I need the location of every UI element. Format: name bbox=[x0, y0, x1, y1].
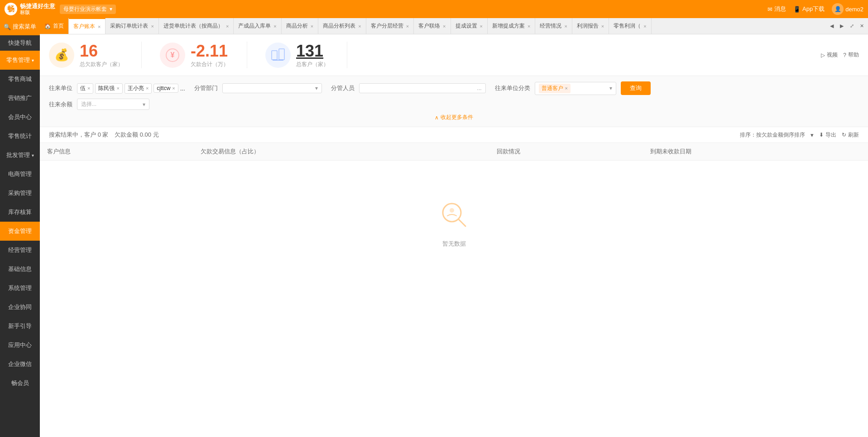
category-label: 往来单位分类 bbox=[495, 84, 530, 92]
tab-retail-profit[interactable]: 零售利润（ × bbox=[609, 18, 651, 34]
sidebar-item-retail-mall[interactable]: 零售商城 bbox=[0, 70, 40, 89]
message-btn[interactable]: ✉ 消息 bbox=[767, 5, 786, 13]
sidebar-item-marketing[interactable]: 营销推广 bbox=[0, 89, 40, 108]
tab-purchase-order[interactable]: 采购订单统计表 × bbox=[106, 18, 158, 34]
tab-product-list[interactable]: 商品分析列表 × bbox=[318, 18, 366, 34]
query-button[interactable]: 查询 bbox=[621, 81, 651, 95]
tab-tips-settings[interactable]: 提成设置 × bbox=[451, 18, 488, 34]
stat-debit-total: -2.11 欠款合计（万） bbox=[191, 42, 229, 68]
tag-close-wang[interactable]: × bbox=[146, 86, 149, 91]
results-summary: 搜索结果中，客户 0 家 欠款金额 0.00 元 bbox=[49, 131, 159, 139]
tab-profit-report[interactable]: 利润报告 × bbox=[572, 18, 609, 34]
filter-tag-chen: 陈民强 × bbox=[95, 83, 122, 94]
sort-label[interactable]: 排序：按欠款金额倒序排序 bbox=[740, 131, 805, 139]
sidebar-item-batch-mgmt[interactable]: 批发管理 ▾ bbox=[0, 146, 40, 165]
tab-product-instock[interactable]: 产成品入库单 × bbox=[234, 18, 281, 34]
tab-close-icon[interactable]: × bbox=[311, 24, 313, 29]
svg-text:¥: ¥ bbox=[171, 51, 175, 59]
help-btn[interactable]: ? 帮助 bbox=[843, 51, 859, 59]
tag-close-chen[interactable]: × bbox=[116, 86, 119, 91]
empty-text: 暂无数据 bbox=[442, 240, 466, 248]
tag-close-wu[interactable]: × bbox=[87, 86, 90, 91]
sidebar-item-vip[interactable]: 畅会员 bbox=[0, 374, 40, 393]
tab-next-btn[interactable]: ▶ bbox=[837, 22, 846, 31]
person-select[interactable]: ... bbox=[359, 83, 486, 93]
tab-close-icon[interactable]: × bbox=[98, 24, 101, 29]
stat-total-customers: 131 总客户（家） bbox=[296, 42, 329, 68]
category-tag-close[interactable]: × bbox=[565, 86, 568, 91]
sidebar-item-system[interactable]: 系统管理 bbox=[0, 279, 40, 298]
tab-customer-book[interactable]: 客户账本 × bbox=[69, 18, 106, 34]
sidebar-item-app-center[interactable]: 应用中心 bbox=[0, 336, 40, 355]
tab-customer-contact[interactable]: 客户联络 × bbox=[414, 18, 451, 34]
sidebar-item-enterprise-wx[interactable]: 企业微信 bbox=[0, 355, 40, 374]
sidebar-search[interactable]: 🔍 搜索菜单 bbox=[0, 18, 40, 35]
tab-close-icon[interactable]: × bbox=[564, 24, 567, 29]
account-dropdown[interactable]: 母婴行业演示帐套 ▾ bbox=[60, 5, 116, 14]
sidebar-item-operations[interactable]: 经营管理 bbox=[0, 241, 40, 260]
content-area: 🏠 首页 客户账本 × 采购订单统计表 × 进货单统计表（按商品） × 产成品入… bbox=[40, 18, 868, 437]
tab-prev-btn[interactable]: ◀ bbox=[827, 22, 836, 31]
filter-bar: 往来单位 伍 × 陈民强 × 王小亮 bbox=[40, 76, 868, 127]
tab-close-icon[interactable]: × bbox=[643, 24, 646, 29]
total-customers-value[interactable]: 131 bbox=[296, 42, 329, 61]
tag-close-cjttcw[interactable]: × bbox=[172, 86, 175, 91]
sidebar-item-inventory[interactable]: 库存核算 bbox=[0, 203, 40, 222]
app-container: 畅 畅捷通好生意 标版 母婴行业演示帐套 ▾ ✉ 消息 📱 App下载 👤 de… bbox=[0, 0, 868, 437]
debit-customers-icon: 💰 bbox=[49, 43, 74, 68]
sidebar-item-enterprise[interactable]: 企业协同 bbox=[0, 298, 40, 317]
sidebar-item-purchase[interactable]: 采购管理 bbox=[0, 184, 40, 203]
collapse-row: ∧ 收起更多条件 bbox=[49, 114, 859, 121]
filter-tags-more[interactable]: ... bbox=[180, 85, 185, 92]
export-btn[interactable]: ⬇ 导出 bbox=[819, 131, 836, 139]
tab-close-icon[interactable]: × bbox=[528, 24, 530, 29]
sidebar-item-member[interactable]: 会员中心 bbox=[0, 108, 40, 127]
tab-close-icon[interactable]: × bbox=[273, 24, 276, 29]
user-avatar[interactable]: 👤 demo2 bbox=[832, 3, 863, 15]
sidebar-item-ecommerce[interactable]: 电商管理 bbox=[0, 165, 40, 184]
tab-close-icon[interactable]: × bbox=[443, 24, 446, 29]
chevron-down-icon: ▾ bbox=[110, 6, 112, 12]
tab-customer-segment[interactable]: 客户分层经营 × bbox=[366, 18, 414, 34]
tab-close-icon[interactable]: × bbox=[358, 24, 361, 29]
sidebar-quick-nav[interactable]: 快捷导航 bbox=[0, 35, 40, 51]
chevron-down-icon: ▾ bbox=[32, 153, 34, 158]
dept-select[interactable]: ▾ bbox=[222, 83, 322, 93]
refresh-btn[interactable]: ↻ 刷新 bbox=[842, 131, 859, 139]
stats-bar: 💰 16 总欠款客户（家） ¥ bbox=[40, 34, 868, 76]
help-icon: ? bbox=[843, 52, 846, 58]
empty-icon bbox=[436, 197, 472, 234]
tab-close-all-btn[interactable]: ✕ bbox=[857, 22, 866, 31]
svg-line-6 bbox=[459, 219, 465, 226]
logo-icon: 畅 bbox=[5, 3, 17, 15]
remainder-select[interactable]: 选择... ▾ bbox=[77, 99, 149, 110]
tab-close-icon[interactable]: × bbox=[151, 24, 153, 29]
video-btn[interactable]: ▷ 视频 bbox=[821, 51, 838, 59]
tab-home[interactable]: 🏠 首页 bbox=[40, 18, 69, 34]
sidebar-item-retail-mgmt[interactable]: 零售管理 ▾ bbox=[0, 51, 40, 70]
tab-purchase-stats[interactable]: 进货单统计表（按商品） × bbox=[159, 18, 234, 34]
app-version: 标版 bbox=[20, 10, 55, 15]
tab-close-icon[interactable]: × bbox=[406, 24, 409, 29]
refresh-icon: ↻ bbox=[842, 132, 846, 138]
sidebar-item-newbie[interactable]: 新手引导 bbox=[0, 317, 40, 336]
app-download-btn[interactable]: 📱 App下载 bbox=[793, 5, 825, 13]
tab-new-tips-plan[interactable]: 新增提成方案 × bbox=[488, 18, 535, 34]
avatar: 👤 bbox=[832, 3, 844, 15]
category-select[interactable]: 普通客户 × ▾ bbox=[535, 82, 616, 95]
tab-close-icon[interactable]: × bbox=[480, 24, 483, 29]
tab-product-analysis[interactable]: 商品分析 × bbox=[282, 18, 318, 34]
col-overdue-date: 到期未收款日期 bbox=[643, 143, 868, 161]
tab-ops-status[interactable]: 经营情况 × bbox=[535, 18, 572, 34]
tab-close-icon[interactable]: × bbox=[226, 24, 229, 29]
sidebar-item-retail-stats[interactable]: 零售统计 bbox=[0, 127, 40, 146]
category-tag: 普通客户 × bbox=[539, 84, 571, 93]
message-icon: ✉ bbox=[767, 6, 772, 13]
debit-customers-label: 总欠款客户（家） bbox=[80, 61, 123, 68]
tab-maximize-btn[interactable]: ⤢ bbox=[847, 22, 856, 31]
stats-help: ▷ 视频 ? 帮助 bbox=[821, 51, 859, 59]
sidebar-item-basics[interactable]: 基础信息 bbox=[0, 260, 40, 279]
tab-close-icon[interactable]: × bbox=[601, 24, 604, 29]
collapse-btn[interactable]: ∧ 收起更多条件 bbox=[435, 114, 473, 121]
sidebar-item-capital[interactable]: 资金管理 bbox=[0, 222, 40, 241]
